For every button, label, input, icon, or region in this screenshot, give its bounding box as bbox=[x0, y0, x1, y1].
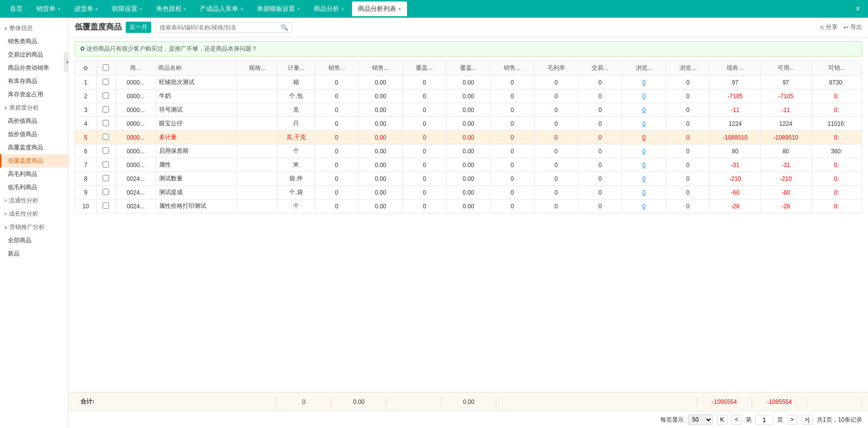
cell-coverage1: 0 bbox=[403, 158, 446, 172]
row-checkbox[interactable] bbox=[103, 134, 109, 140]
row-checkbox[interactable] bbox=[103, 106, 109, 113]
cell-check[interactable] bbox=[97, 117, 116, 131]
nav-close-analysis-list[interactable]: × bbox=[398, 6, 401, 12]
nav-purchase-order[interactable]: 进货单 × bbox=[68, 1, 104, 16]
cell-coverage2: 0.00 bbox=[446, 186, 490, 200]
sidebar-item-sales-products[interactable]: 销售类商品 bbox=[0, 35, 68, 48]
first-page-button[interactable]: K bbox=[717, 415, 728, 425]
sidebar-group-cluster[interactable]: ∨ 类群度分析 bbox=[0, 101, 68, 114]
cell-browse1[interactable]: 0 bbox=[622, 76, 666, 89]
col-browse1-header: 浏览... bbox=[622, 61, 666, 76]
page-input[interactable] bbox=[756, 415, 773, 425]
nav-permissions[interactable]: 权限设置 × bbox=[106, 1, 148, 16]
col-checkbox-header[interactable] bbox=[97, 61, 116, 76]
row-checkbox[interactable] bbox=[103, 202, 109, 209]
cell-browse1[interactable]: 0 bbox=[622, 131, 666, 144]
sidebar-group-overview[interactable]: ∨ 整体信息 bbox=[0, 22, 68, 35]
per-page-select[interactable]: 50 10 20 100 bbox=[688, 414, 713, 425]
cell-coverage1: 0 bbox=[403, 186, 446, 200]
row-checkbox[interactable] bbox=[103, 189, 109, 195]
nav-sales-order[interactable]: 销货单 × bbox=[30, 1, 66, 16]
cell-sales3: 0 bbox=[490, 172, 534, 186]
cell-browse1[interactable]: 0 bbox=[622, 103, 666, 117]
cell-transaction: 0 bbox=[578, 144, 622, 158]
table-row: 9 0024... 测试提成 个,袋 0 0.00 0 0.00 0 0 0 0… bbox=[75, 186, 862, 200]
nav-close-template[interactable]: × bbox=[297, 6, 300, 12]
nav-close-role[interactable]: × bbox=[184, 6, 187, 12]
sidebar-group-growth[interactable]: > 成长性分析 bbox=[0, 207, 68, 221]
prev-page-button[interactable]: < bbox=[732, 415, 742, 425]
cell-check[interactable] bbox=[97, 144, 116, 158]
nav-close-permissions[interactable]: × bbox=[139, 6, 142, 12]
sidebar-collapse-button[interactable]: « bbox=[64, 52, 69, 72]
cell-check[interactable] bbox=[97, 103, 116, 117]
sidebar-item-new-products[interactable]: 新品 bbox=[0, 247, 68, 260]
cell-coverage1: 0 bbox=[403, 117, 446, 131]
sidebar-item-all-products[interactable]: 全部商品 bbox=[0, 234, 68, 247]
nav-home[interactable]: 首页 bbox=[4, 1, 28, 16]
nav-production-entry[interactable]: 产成品入库单 × bbox=[194, 1, 249, 16]
export-button[interactable]: ↩ 导出 bbox=[843, 23, 862, 31]
row-checkbox[interactable] bbox=[103, 120, 109, 126]
cell-available-stock: -31 bbox=[760, 158, 811, 172]
col-settings[interactable]: ⚙ bbox=[75, 61, 97, 76]
cell-check[interactable] bbox=[97, 89, 116, 103]
cell-browse1[interactable]: 0 bbox=[622, 172, 666, 186]
nav-close-purchase[interactable]: × bbox=[95, 6, 98, 12]
cell-browse1[interactable]: 0 bbox=[622, 144, 666, 158]
cell-browse1[interactable]: 0 bbox=[622, 117, 666, 131]
cell-coverage2: 0.00 bbox=[446, 89, 490, 103]
cell-check[interactable] bbox=[97, 200, 116, 213]
nav-product-analysis[interactable]: 商品分析 × bbox=[308, 1, 350, 16]
sidebar-item-traded-products[interactable]: 交易过的商品 bbox=[0, 48, 68, 61]
sidebar-item-high-value[interactable]: 高价值商品 bbox=[0, 114, 68, 128]
cell-browse1[interactable]: 0 bbox=[622, 158, 666, 172]
select-all-checkbox[interactable] bbox=[103, 64, 109, 71]
last-page-button[interactable]: >| bbox=[801, 415, 813, 425]
window-close-button[interactable]: × bbox=[852, 2, 864, 15]
cell-code: 0000... bbox=[115, 117, 156, 131]
row-checkbox[interactable] bbox=[103, 92, 109, 99]
nav-close-sales[interactable]: × bbox=[57, 6, 60, 12]
share-button[interactable]: ⎋ 分享 bbox=[820, 23, 838, 31]
cell-check[interactable] bbox=[97, 76, 116, 89]
cell-browse1[interactable]: 0 bbox=[622, 186, 666, 200]
search-icon[interactable]: 🔍 bbox=[281, 24, 288, 31]
sidebar-group-liquidity[interactable]: > 流通性分析 bbox=[0, 194, 68, 207]
sidebar-item-high-margin[interactable]: 高毛利商品 bbox=[0, 168, 68, 181]
search-input[interactable] bbox=[160, 24, 279, 31]
sidebar-item-in-stock[interactable]: 有库存商品 bbox=[0, 75, 68, 88]
nav-close-production[interactable]: × bbox=[240, 6, 243, 12]
row-checkbox[interactable] bbox=[103, 147, 109, 154]
cell-browse2: 0 bbox=[666, 172, 709, 186]
sidebar-item-category-turnover[interactable]: 商品分类动销率 bbox=[0, 61, 68, 75]
nav-template-settings[interactable]: 单据模板设置 × bbox=[251, 1, 306, 16]
row-checkbox[interactable] bbox=[103, 79, 109, 85]
cell-browse1[interactable]: 0 bbox=[622, 200, 666, 213]
next-page-button[interactable]: > bbox=[787, 415, 797, 425]
cell-check[interactable] bbox=[97, 186, 116, 200]
cell-unit: 克 bbox=[277, 103, 315, 117]
row-checkbox[interactable] bbox=[103, 175, 109, 181]
sidebar-item-low-coverage[interactable]: 低覆盖度商品 bbox=[0, 154, 68, 168]
nav-role-auth[interactable]: 角色授权 × bbox=[150, 1, 192, 16]
sidebar-item-low-value[interactable]: 低价值商品 bbox=[0, 128, 68, 141]
sidebar-item-low-margin[interactable]: 低毛利商品 bbox=[0, 181, 68, 194]
row-checkbox[interactable] bbox=[103, 161, 109, 168]
cell-browse1[interactable]: 0 bbox=[622, 89, 666, 103]
cell-sales3: 0 bbox=[490, 76, 534, 89]
sidebar-item-stock-capital[interactable]: 库存资金占用 bbox=[0, 88, 68, 101]
cell-spec bbox=[237, 117, 278, 131]
nav-product-analysis-list[interactable]: 商品分析列表 × bbox=[352, 1, 407, 16]
cell-check[interactable] bbox=[97, 172, 116, 186]
cell-check[interactable] bbox=[97, 131, 116, 144]
time-filter-button[interactable]: 近一月 bbox=[126, 22, 151, 33]
sidebar-item-high-coverage[interactable]: 高覆盖度商品 bbox=[0, 141, 68, 154]
cell-check[interactable] bbox=[97, 158, 116, 172]
cell-margin: 0 bbox=[534, 186, 578, 200]
cell-coverage1: 0 bbox=[403, 200, 446, 213]
nav-close-analysis[interactable]: × bbox=[341, 6, 344, 12]
share-icon: ⎋ bbox=[820, 24, 824, 31]
cell-spec bbox=[237, 200, 278, 213]
sidebar-group-marketing[interactable]: ∨ 营销推广分析 bbox=[0, 221, 68, 234]
